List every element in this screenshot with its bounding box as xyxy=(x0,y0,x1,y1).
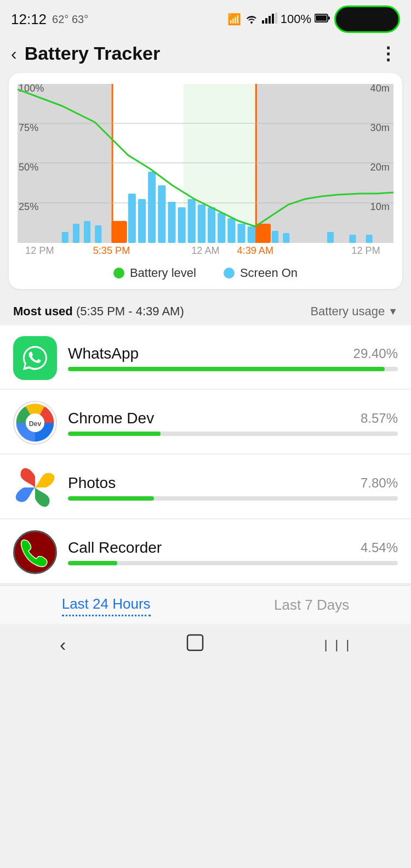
list-item[interactable]: Dev Chrome Dev 8.57% xyxy=(0,390,411,453)
svg-rect-40 xyxy=(218,213,225,243)
svg-rect-35 xyxy=(168,202,175,243)
svg-rect-34 xyxy=(158,185,165,243)
svg-rect-26 xyxy=(255,224,271,243)
app-info: Photos 7.80% xyxy=(68,474,398,501)
app-bar-bg xyxy=(68,496,398,501)
svg-rect-39 xyxy=(208,207,215,243)
battery-icon xyxy=(315,13,330,26)
svg-rect-45 xyxy=(283,233,289,243)
call-recorder-icon xyxy=(13,530,57,574)
app-bar-bg xyxy=(68,561,398,565)
section-header: Most used (5:35 PM - 4:39 AM) Battery us… xyxy=(0,297,411,325)
svg-rect-42 xyxy=(238,224,246,243)
svg-rect-44 xyxy=(272,231,278,243)
svg-rect-4 xyxy=(275,13,277,24)
app-info: WhatsApp 29.40% xyxy=(68,345,398,371)
svg-rect-48 xyxy=(366,235,373,243)
svg-rect-28 xyxy=(73,224,79,243)
svg-rect-38 xyxy=(198,205,206,243)
bluetooth-icon: 📶 xyxy=(227,13,241,26)
battery-level-label: Battery level xyxy=(130,266,196,280)
app-name-row: WhatsApp 29.40% xyxy=(68,345,398,362)
app-bar-fill xyxy=(68,432,161,436)
chart-area: 100% 75% 50% 25% 40m 30m 20m 10m xyxy=(18,84,393,259)
svg-rect-6 xyxy=(316,15,327,21)
chrome-dev-icon: Dev xyxy=(13,401,57,445)
battery-percent: 100% xyxy=(281,12,311,26)
app-bar-fill xyxy=(68,496,154,501)
svg-rect-41 xyxy=(227,218,235,243)
app-percent: 8.57% xyxy=(361,411,398,426)
app-info: Call Recorder 4.54% xyxy=(68,539,398,565)
photos-icon xyxy=(13,466,57,509)
svg-rect-36 xyxy=(178,207,186,243)
android-nav: ‹ | | | xyxy=(0,624,411,667)
chart-card: 100% 75% 50% 25% 40m 30m 20m 10m xyxy=(9,73,402,289)
svg-rect-46 xyxy=(327,232,334,243)
svg-rect-31 xyxy=(128,194,136,243)
battery-usage-label: Battery usage xyxy=(310,304,385,319)
app-name: WhatsApp xyxy=(68,345,139,362)
more-button[interactable]: ⋮ xyxy=(379,43,398,64)
app-name-row: Photos 7.80% xyxy=(68,474,398,492)
app-name-row: Chrome Dev 8.57% xyxy=(68,410,398,427)
svg-rect-0 xyxy=(262,20,264,24)
svg-rect-25 xyxy=(112,221,127,243)
svg-rect-37 xyxy=(188,199,196,243)
android-back-button[interactable]: ‹ xyxy=(60,634,66,655)
status-right: 📶 100% xyxy=(227,5,400,33)
dropdown-arrow-icon: ▼ xyxy=(388,306,398,317)
app-percent: 29.40% xyxy=(353,346,398,361)
svg-text:50%: 50% xyxy=(19,162,38,173)
list-item[interactable]: Call Recorder 4.54% xyxy=(0,519,411,583)
legend-battery: Battery level xyxy=(113,266,196,280)
app-bar-fill xyxy=(68,561,117,565)
android-recents-button[interactable]: | | | xyxy=(324,638,351,652)
svg-rect-1 xyxy=(265,18,267,24)
app-list: WhatsApp 29.40% xyxy=(0,325,411,583)
svg-rect-2 xyxy=(269,16,271,24)
svg-text:75%: 75% xyxy=(19,122,38,133)
app-percent: 7.80% xyxy=(361,475,398,491)
svg-rect-29 xyxy=(84,221,90,243)
tab-last-7-days[interactable]: Last 7 Days xyxy=(274,597,349,616)
screen-on-dot xyxy=(224,268,235,279)
svg-rect-33 xyxy=(148,172,156,243)
status-bar: 12:12 62° 63° 📶 100% xyxy=(0,0,411,36)
nav-left: ‹ Battery Tracker xyxy=(11,43,160,64)
battery-usage-dropdown[interactable]: Battery usage ▼ xyxy=(310,304,398,319)
android-home-button[interactable] xyxy=(185,633,205,656)
svg-text:Dev: Dev xyxy=(29,420,42,428)
svg-text:40m: 40m xyxy=(370,84,390,94)
legend-screen: Screen On xyxy=(224,266,298,280)
svg-text:12 AM: 12 AM xyxy=(191,245,219,256)
svg-rect-13 xyxy=(255,84,257,243)
whatsapp-icon xyxy=(13,336,57,380)
svg-rect-27 xyxy=(62,232,68,243)
camera-pill xyxy=(334,5,400,33)
battery-chart: 100% 75% 50% 25% 40m 30m 20m 10m xyxy=(18,84,393,259)
status-icons: 📶 100% xyxy=(227,12,330,26)
app-name: Photos xyxy=(68,474,116,492)
tab-last-24-hours[interactable]: Last 24 Hours xyxy=(62,595,151,616)
page-title: Battery Tracker xyxy=(25,43,161,64)
battery-level-dot xyxy=(113,268,124,279)
app-bar-bg xyxy=(68,367,398,371)
list-item[interactable]: Photos 7.80% xyxy=(0,455,411,518)
app-name: Call Recorder xyxy=(68,539,162,557)
svg-rect-7 xyxy=(328,16,330,20)
wifi-icon xyxy=(244,13,259,26)
svg-text:12 PM: 12 PM xyxy=(25,245,54,256)
svg-text:25%: 25% xyxy=(19,201,38,212)
status-temps: 62° 63° xyxy=(52,13,88,26)
back-button[interactable]: ‹ xyxy=(11,45,17,63)
svg-rect-30 xyxy=(95,225,101,243)
status-time: 12:12 xyxy=(11,11,47,28)
svg-text:4:39 AM: 4:39 AM xyxy=(237,245,274,256)
svg-text:30m: 30m xyxy=(370,122,390,133)
list-item[interactable]: WhatsApp 29.40% xyxy=(0,325,411,389)
app-name: Chrome Dev xyxy=(68,410,154,427)
svg-text:20m: 20m xyxy=(370,162,390,173)
chart-legend: Battery level Screen On xyxy=(18,266,393,280)
svg-text:10m: 10m xyxy=(370,201,390,212)
